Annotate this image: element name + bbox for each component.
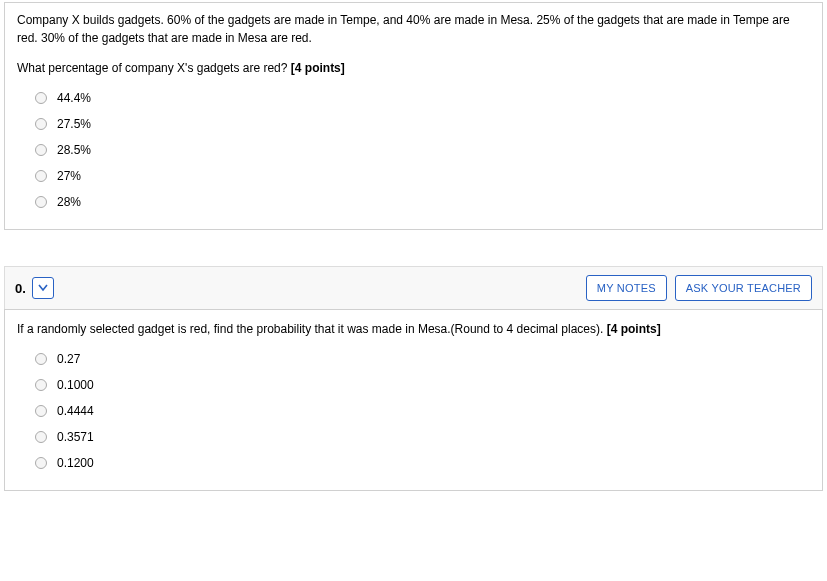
option-label: 0.27 [57,352,80,366]
radio-icon[interactable] [35,92,47,104]
question-1-options: 44.4% 27.5% 28.5% 27% 28% [17,91,810,209]
option-label: 27.5% [57,117,91,131]
option-label: 27% [57,169,81,183]
option-label: 28.5% [57,143,91,157]
option-row[interactable]: 0.3571 [35,430,810,444]
option-row[interactable]: 0.27 [35,352,810,366]
my-notes-button[interactable]: MY NOTES [586,275,667,301]
question-1-prompt: What percentage of company X's gadgets a… [17,61,287,75]
header-right: MY NOTES ASK YOUR TEACHER [586,275,812,301]
expand-button[interactable] [32,277,54,299]
option-label: 0.4444 [57,404,94,418]
question-number: 0. [15,281,26,296]
chevron-down-icon [38,284,48,292]
radio-icon[interactable] [35,170,47,182]
option-label: 0.1000 [57,378,94,392]
question-1-block: Company X builds gadgets. 60% of the gad… [4,2,823,230]
question-1-prompt-row: What percentage of company X's gadgets a… [17,61,810,75]
ask-teacher-button[interactable]: ASK YOUR TEACHER [675,275,812,301]
option-row[interactable]: 28% [35,195,810,209]
option-row[interactable]: 0.4444 [35,404,810,418]
question-2-options: 0.27 0.1000 0.4444 0.3571 0.1200 [17,352,810,470]
option-row[interactable]: 0.1000 [35,378,810,392]
option-label: 0.3571 [57,430,94,444]
radio-icon[interactable] [35,457,47,469]
option-label: 28% [57,195,81,209]
radio-icon[interactable] [35,196,47,208]
radio-icon[interactable] [35,353,47,365]
header-left: 0. [15,277,54,299]
question-2-block: If a randomly selected gadget is red, fi… [4,309,823,491]
option-row[interactable]: 27.5% [35,117,810,131]
question-2-prompt: If a randomly selected gadget is red, fi… [17,322,603,336]
radio-icon[interactable] [35,144,47,156]
radio-icon[interactable] [35,405,47,417]
radio-icon[interactable] [35,379,47,391]
option-row[interactable]: 27% [35,169,810,183]
question-1-context: Company X builds gadgets. 60% of the gad… [17,11,810,47]
option-row[interactable]: 0.1200 [35,456,810,470]
question-1-points: [4 points] [291,61,345,75]
radio-icon[interactable] [35,118,47,130]
option-row[interactable]: 44.4% [35,91,810,105]
option-label: 0.1200 [57,456,94,470]
option-row[interactable]: 28.5% [35,143,810,157]
radio-icon[interactable] [35,431,47,443]
question-2-prompt-row: If a randomly selected gadget is red, fi… [17,320,810,338]
question-header-bar: 0. MY NOTES ASK YOUR TEACHER [4,266,823,309]
option-label: 44.4% [57,91,91,105]
question-2-points: [4 points] [607,322,661,336]
